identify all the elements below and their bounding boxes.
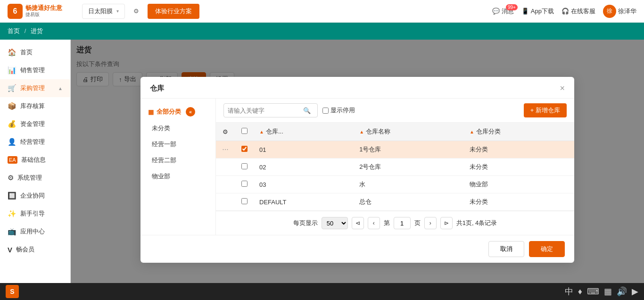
sidebar-item-operation[interactable]: 👤 经营管理	[0, 133, 70, 151]
row-code-cell: 03	[254, 176, 354, 193]
app-download-label: App下载	[531, 7, 554, 16]
category-property[interactable]: 物业部	[140, 168, 215, 184]
store-selector[interactable]: 日太阳膜 ▾	[82, 4, 125, 19]
cancel-button[interactable]: 取消	[488, 241, 524, 257]
sales-icon: 📊	[8, 66, 17, 75]
sidebar-item-enterprise[interactable]: 🔲 企业协同	[0, 187, 70, 205]
sidebar-label-member: 畅会员	[16, 245, 34, 254]
bottom-dot-icon[interactable]: ♦	[578, 287, 582, 297]
modal-close-button[interactable]: ×	[560, 83, 565, 93]
col-header-check	[235, 123, 254, 141]
row-check-cell	[235, 141, 254, 158]
col-code-label: 仓库...	[266, 127, 283, 136]
sidebar-item-system[interactable]: ⚙ 系统管理	[0, 169, 70, 187]
bottom-grid-icon[interactable]: ▦	[604, 286, 612, 297]
modal-sidebar: ▦ 全部分类 « 未分类 经营一部 经营二部	[140, 99, 216, 235]
sidebar-item-apps[interactable]: 📺 应用中心	[0, 223, 70, 241]
inventory-icon: 📦	[8, 102, 17, 110]
header-right: 💬 消息 99+ 📱 App下载 🎧 在线客服 徐 徐泽华	[492, 5, 636, 18]
sidebar-item-sales[interactable]: 📊 销售管理	[0, 61, 70, 79]
all-categories-item[interactable]: ▦ 全部分类 «	[140, 103, 215, 120]
sidebar-item-guide[interactable]: ✨ 新手引导	[0, 205, 70, 223]
modal-title: 仓库	[150, 84, 164, 93]
row-checkbox[interactable]	[241, 163, 248, 169]
table-row[interactable]: ··· 01 1号仓库 未分类	[216, 141, 574, 158]
row-check-cell	[235, 193, 254, 211]
store-name: 日太阳膜	[88, 7, 113, 16]
more-icon[interactable]: ···	[222, 145, 228, 153]
system-icon: ⚙	[8, 174, 14, 182]
sort-cat-icon: ▲	[470, 129, 474, 134]
sidebar-item-finance[interactable]: 💰 资金管理	[0, 115, 70, 133]
message-btn[interactable]: 💬 消息 99+	[492, 7, 514, 16]
row-checkbox[interactable]	[241, 146, 248, 152]
table-row[interactable]: 03 水 物业部	[216, 176, 574, 193]
app-download-btn[interactable]: 📱 App下载	[521, 7, 554, 16]
user-btn[interactable]: 徐 徐泽华	[603, 5, 636, 18]
sort-code-icon: ▲	[259, 129, 264, 134]
col-header-name: ▲ 仓库名称	[354, 123, 464, 141]
sidebar-item-basic[interactable]: EA 基础信息	[0, 151, 70, 169]
category-dept2[interactable]: 经营二部	[140, 152, 215, 168]
username: 徐泽华	[618, 7, 636, 16]
row-checkbox[interactable]	[241, 198, 248, 204]
per-page-label: 每页显示	[293, 219, 318, 227]
show-disabled-checkbox[interactable]	[322, 108, 329, 114]
next-page-button[interactable]: ›	[424, 217, 437, 229]
category-unclassified[interactable]: 未分类	[140, 120, 215, 136]
total-info: 共1页, 4条记录	[456, 219, 497, 227]
row-name-cell: 1号仓库	[354, 141, 464, 158]
settings-icon[interactable]: ⚙	[129, 4, 144, 19]
row-gear-cell: ···	[216, 141, 235, 158]
row-code-cell: 02	[254, 158, 354, 176]
warehouse-modal: 仓库 × ▦ 全部分类 « 未分类	[140, 77, 574, 263]
bottom-play-icon[interactable]: ▶	[632, 286, 638, 297]
search-icon[interactable]: 🔍	[303, 107, 311, 114]
online-service-label: 在线客服	[571, 7, 595, 16]
trial-button[interactable]: 体验行业方案	[148, 4, 199, 19]
sidebar-item-purchase[interactable]: 🛒 采购管理 ▲	[0, 79, 70, 97]
sidebar-label-sales: 销售管理	[20, 66, 45, 75]
bottom-zh-icon[interactable]: 中	[565, 286, 573, 297]
table-row[interactable]: 02 2号仓库 未分类	[216, 158, 574, 176]
confirm-button[interactable]: 确定	[529, 241, 565, 257]
modal-header: 仓库 ×	[140, 77, 574, 99]
page-input[interactable]	[394, 217, 411, 229]
row-category-cell: 未分类	[464, 141, 574, 158]
warehouse-table: ⚙ ▲ 仓库...	[216, 123, 574, 211]
collapse-button[interactable]: «	[186, 107, 195, 117]
sidebar-item-inventory[interactable]: 📦 库存核算	[0, 97, 70, 115]
select-all-checkbox[interactable]	[241, 128, 248, 134]
sidebar-label-finance: 资金管理	[20, 120, 45, 128]
logo-sub: 捷易版	[25, 11, 62, 18]
breadcrumb-home[interactable]: 首页	[8, 27, 20, 34]
add-warehouse-button[interactable]: + 新增仓库	[524, 103, 567, 117]
sidebar-item-home[interactable]: 🏠 首页	[0, 43, 70, 61]
row-gear-cell	[216, 193, 235, 211]
gear-header-icon[interactable]: ⚙	[223, 128, 228, 135]
modal-footer: 取消 确定	[140, 235, 574, 263]
table-row[interactable]: DEFAULT 总仓 未分类	[216, 193, 574, 211]
message-icon: 💬	[492, 8, 500, 15]
grid-icon: ▦	[148, 108, 154, 116]
online-service-btn[interactable]: 🎧 在线客服	[561, 7, 595, 16]
bottom-logo: S	[6, 285, 19, 298]
last-page-button[interactable]: ⊳	[440, 217, 453, 229]
category-dept1[interactable]: 经营一部	[140, 136, 215, 152]
bottom-keyboard-icon[interactable]: ⌨	[587, 286, 599, 297]
home-icon: 🏠	[8, 48, 17, 57]
search-input[interactable]	[228, 107, 303, 114]
prev-page-button[interactable]: ‹	[368, 217, 380, 229]
logo-text: 畅捷通好生意	[25, 4, 62, 12]
show-disabled-label[interactable]: 显示停用	[322, 106, 355, 115]
row-name-cell: 水	[354, 176, 464, 193]
sidebar-item-member[interactable]: V 畅会员	[0, 241, 70, 258]
layout: 🏠 首页 📊 销售管理 🛒 采购管理 ▲ 📦 库存核算 💰 资金管理 👤 经营管…	[0, 40, 644, 300]
first-page-button[interactable]: ⊲	[352, 217, 364, 229]
breadcrumb-sep: /	[25, 27, 26, 34]
page-size-select[interactable]: 50 10 20 100	[322, 217, 348, 229]
row-check-cell	[235, 176, 254, 193]
row-checkbox[interactable]	[241, 181, 248, 187]
sidebar-label-home: 首页	[20, 48, 33, 57]
bottom-speaker-icon[interactable]: 🔊	[617, 286, 627, 297]
